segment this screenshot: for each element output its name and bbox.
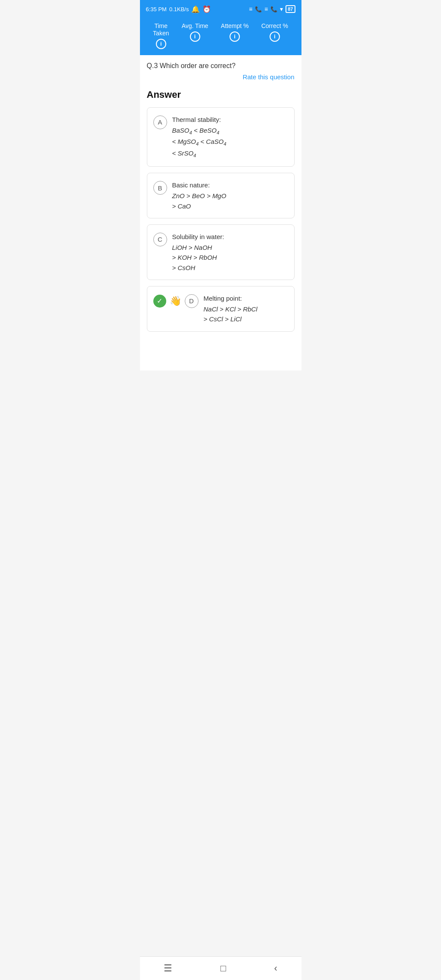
correct-pct-col: Correct % i — [261, 22, 288, 42]
option-a-title: Thermal stability: — [172, 115, 288, 124]
option-c-left: C — [153, 233, 167, 246]
battery-icon: 87 — [286, 5, 295, 13]
option-b-content: Basic nature: ZnO > BeO > MgO > CaO — [172, 180, 288, 211]
option-a-formula: BaSO4 < BeSO4 < MgSO4 < CaSO4 < SrSO4 — [172, 125, 288, 159]
notification-icon: 🔔 — [191, 5, 200, 13]
option-a-content: Thermal stability: BaSO4 < BeSO4 < MgSO4… — [172, 115, 288, 160]
option-b-card: B Basic nature: ZnO > BeO > MgO > CaO — [147, 173, 295, 218]
option-d-formula: NaCl > KCl > RbCl > CsCl > LiCl — [204, 304, 288, 324]
alarm-icon: ⏰ — [202, 5, 211, 13]
time-taken-label: TimeTaken — [153, 22, 169, 37]
option-c-formula: LiOH > NaOH > KOH > RbOH > CsOH — [172, 243, 288, 273]
hand-pointer-icon: 👋 — [170, 296, 181, 307]
main-content: Q.3 Which order are correct? Rate this q… — [140, 55, 301, 370]
answer-heading: Answer — [147, 89, 295, 100]
option-a-left: A — [153, 115, 167, 129]
option-c-content: Solubility in water: LiOH > NaOH > KOH >… — [172, 232, 288, 273]
option-d-title: Melting point: — [204, 293, 288, 303]
signal-icon: ≡ — [249, 6, 252, 12]
status-bar: 6:35 PM 0.1KB/s 🔔 ⏰ ≡ 📞 ≡ 📞 ▾ 87 — [140, 0, 301, 18]
option-d-left: ✓ 👋 D — [153, 294, 199, 308]
avg-time-label: Avg. Time — [182, 22, 208, 30]
option-b-left: B — [153, 181, 167, 195]
option-d-content: Melting point: NaCl > KCl > RbCl > CsCl … — [204, 293, 288, 324]
network-speed: 0.1KB/s — [169, 6, 189, 12]
option-d-letter: D — [185, 294, 199, 308]
call-icon: 📞 — [255, 6, 262, 12]
option-b-formula: ZnO > BeO > MgO > CaO — [172, 191, 288, 211]
question-text: Q.3 Which order are correct? — [147, 62, 295, 70]
correct-checkmark-icon: ✓ — [153, 295, 166, 308]
correct-pct-label: Correct % — [261, 22, 288, 30]
option-a-card: A Thermal stability: BaSO4 < BeSO4 < MgS… — [147, 107, 295, 167]
attempt-pct-col: Attempt % i — [221, 22, 249, 42]
option-a-letter: A — [153, 115, 167, 129]
time-taken-info[interactable]: i — [156, 39, 166, 49]
option-c-letter: C — [153, 233, 167, 246]
attempt-pct-label: Attempt % — [221, 22, 249, 30]
status-left: 6:35 PM 0.1KB/s 🔔 ⏰ — [146, 5, 211, 13]
option-b-letter: B — [153, 181, 167, 195]
rate-question-link[interactable]: Rate this question — [147, 73, 295, 81]
status-right: ≡ 📞 ≡ 📞 ▾ 87 — [249, 5, 295, 13]
avg-time-col: Avg. Time i — [182, 22, 208, 42]
option-c-card: C Solubility in water: LiOH > NaOH > KOH… — [147, 224, 295, 280]
correct-pct-info[interactable]: i — [270, 31, 280, 42]
time-taken-col: TimeTaken i — [153, 22, 169, 49]
signal2-icon: ≡ — [264, 6, 268, 12]
option-d-card: ✓ 👋 D Melting point: NaCl > KCl > RbCl >… — [147, 286, 295, 332]
attempt-pct-info[interactable]: i — [230, 31, 240, 42]
option-b-title: Basic nature: — [172, 180, 288, 190]
avg-time-info[interactable]: i — [190, 31, 200, 42]
wifi-icon: ▾ — [280, 6, 283, 12]
option-c-title: Solubility in water: — [172, 232, 288, 242]
call2-icon: 📞 — [270, 6, 277, 12]
time: 6:35 PM — [146, 6, 167, 12]
stats-header: TimeTaken i Avg. Time i Attempt % i Corr… — [140, 18, 301, 55]
